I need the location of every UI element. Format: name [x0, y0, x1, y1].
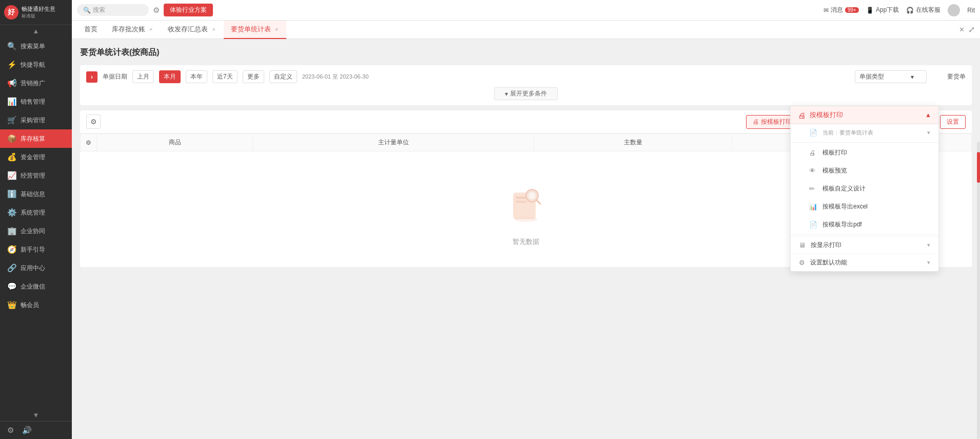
date-btn-7days[interactable]: 近7天	[212, 70, 238, 83]
dropdown-item-template-custom[interactable]: ✏ 模板自定义设计	[791, 180, 938, 198]
dropdown-section-default-settings[interactable]: ⚙ 设置默认功能 ▾	[791, 254, 938, 271]
topbar-right: ✉ 消息 99+ 📱 App下载 🎧 在线客服 Rit	[824, 4, 975, 16]
tab-close-receipt-summary[interactable]: ×	[211, 26, 216, 32]
filter-bar: › 单据日期 上月 本月 本年 近7天 更多 自定义 2023-06-01 至 …	[80, 65, 972, 105]
topbar-search[interactable]: 🔍 搜索	[77, 4, 149, 16]
date-range: 2023-06-01 至 2023-06-30	[302, 73, 369, 81]
settings-footer-icon[interactable]: ⚙	[7, 426, 14, 435]
date-btn-this-year[interactable]: 本年	[186, 70, 207, 83]
window-controls: × ⤢	[959, 25, 975, 34]
dropdown-item-template-preview[interactable]: 👁 模板预览	[791, 162, 938, 180]
sidebar-item-operations[interactable]: 📈 经营管理	[0, 166, 72, 185]
sidebar-nav: 🔍 搜索菜单 ⚡ 快捷导航 📢 营销推广 📊 销售管理 🛒 采购管理 📦 库存核…	[0, 37, 72, 409]
topbar-gear-icon[interactable]: ⚙	[153, 6, 160, 15]
vertical-scrollbar[interactable]	[977, 142, 980, 439]
dropdown-item-template-print[interactable]: 🖨 模板打印	[791, 144, 938, 162]
settings-button[interactable]: 设置	[940, 115, 966, 129]
page-title: 要货单统计表(按商品)	[80, 47, 972, 58]
main-content: 🔍 搜索 ⚙ 体验行业方案 ✉ 消息 99+ 📱 App下载 🎧 在线客服 Ri…	[72, 0, 980, 439]
sidebar-scroll-down[interactable]: ▼	[0, 409, 72, 421]
sidebar-scroll-up[interactable]: ▲	[0, 25, 72, 37]
audio-footer-icon[interactable]: 🔊	[22, 426, 32, 435]
tab-order-summary[interactable]: 要货单统计表 ×	[224, 21, 286, 39]
window-close-button[interactable]: ×	[959, 25, 964, 34]
user-avatar[interactable]	[948, 4, 960, 16]
sidebar-footer: ⚙ 🔊	[0, 421, 72, 439]
order-type-select[interactable]: 单据类型 ▾	[855, 70, 927, 83]
toolbar-settings-icon[interactable]: ⚙	[86, 114, 101, 129]
date-btn-custom[interactable]: 自定义	[269, 70, 297, 83]
app-center-icon: 🔗	[7, 263, 16, 273]
scrollbar-thumb[interactable]	[977, 152, 980, 183]
display-print-left: 🖥 按显示打印	[799, 241, 841, 250]
sidebar-item-system[interactable]: ⚙️ 系统管理	[0, 203, 72, 222]
dropdown-header-left: 🖨 按模板打印	[798, 110, 843, 120]
order-goods-label: 要货单	[947, 72, 966, 81]
tab-close-inventory-batch[interactable]: ×	[148, 26, 153, 32]
online-service-button[interactable]: 🎧 在线客服	[906, 6, 940, 14]
sidebar-item-app-center[interactable]: 🔗 应用中心	[0, 259, 72, 277]
page-content: 要货单统计表(按商品) › 单据日期 上月 本月 本年 近7天 更多 自定义 2…	[72, 39, 980, 439]
message-badge: 99+	[845, 7, 859, 13]
col-settings[interactable]: ⚙	[81, 134, 97, 151]
sidebar-item-sales[interactable]: 📊 销售管理	[0, 92, 72, 111]
sidebar-item-wechat[interactable]: 💬 企业微信	[0, 277, 72, 296]
topbar: 🔍 搜索 ⚙ 体验行业方案 ✉ 消息 99+ 📱 App下载 🎧 在线客服 Ri…	[72, 0, 980, 21]
date-btn-last-month[interactable]: 上月	[132, 70, 154, 83]
sidebar-item-guide[interactable]: 🧭 新手引导	[0, 240, 72, 259]
date-label: 单据日期	[103, 72, 127, 81]
tab-close-order-summary[interactable]: ×	[274, 26, 279, 32]
dropdown-section-display-print[interactable]: 🖥 按显示打印 ▾	[791, 236, 938, 254]
expand-more-button[interactable]: ▾ 展开更多条件	[494, 87, 558, 100]
dropdown-print-icon: 🖨	[798, 111, 806, 120]
date-btn-more[interactable]: 更多	[243, 70, 264, 83]
sidebar-item-member[interactable]: 👑 畅会员	[0, 296, 72, 314]
display-print-icon: 🖥	[799, 241, 806, 249]
default-settings-left: ⚙ 设置默认功能	[799, 258, 847, 267]
trial-button[interactable]: 体验行业方案	[164, 4, 213, 16]
window-maximize-button[interactable]: ⤢	[968, 25, 975, 34]
app-download-button[interactable]: 📱 App下载	[866, 6, 899, 14]
search-icon: 🔍	[83, 7, 91, 14]
filter-expand-icon[interactable]: ›	[86, 71, 97, 83]
dropdown-header[interactable]: 🖨 按模板打印 ▲	[791, 106, 938, 124]
expand-more-row: ▾ 展开更多条件	[86, 87, 966, 100]
dropdown-collapse-arrow[interactable]: ▲	[925, 111, 931, 119]
print-dropdown-menu: 🖨 按模板打印 ▲ 📄 当前：要货单统计表 ▾ 🖨 模板打印 👁 模板预览 ✏	[790, 106, 939, 272]
sidebar-item-enterprise[interactable]: 🏢 企业协同	[0, 222, 72, 240]
sidebar: 好 畅捷通好生意 标准版 ▲ 🔍 搜索菜单 ⚡ 快捷导航 📢 营销推广 📊 销售…	[0, 0, 72, 439]
logo-text: 畅捷通好生意 标准版	[22, 5, 55, 19]
username: Rit	[967, 7, 975, 14]
system-icon: ⚙️	[7, 208, 16, 217]
expand-icon: ▾	[505, 90, 508, 98]
sidebar-item-inventory[interactable]: 📦 库存核算	[0, 129, 72, 148]
dropdown-item-template-excel[interactable]: 📊 按模板导出excel	[791, 198, 938, 216]
empty-text: 暂无数据	[513, 237, 539, 246]
sidebar-item-basic-info[interactable]: ℹ️ 基础信息	[0, 185, 72, 203]
marketing-icon: 📢	[7, 79, 16, 88]
sales-icon: 📊	[7, 97, 16, 106]
sidebar-item-purchase[interactable]: 🛒 采购管理	[0, 111, 72, 129]
sidebar-item-search[interactable]: 🔍 搜索菜单	[0, 37, 72, 55]
print-icon: 🖨	[753, 118, 759, 125]
message-button[interactable]: ✉ 消息 99+	[824, 6, 859, 14]
date-btn-this-month[interactable]: 本月	[159, 70, 181, 83]
sidebar-item-finance[interactable]: 💰 资金管理	[0, 148, 72, 166]
col-goods: 商品	[97, 134, 253, 151]
dropdown-title: 按模板打印	[810, 110, 843, 120]
svg-point-6	[528, 192, 536, 199]
dropdown-item-template-pdf[interactable]: 📄 按模板导出pdf	[791, 216, 938, 234]
sidebar-item-marketing[interactable]: 📢 营销推广	[0, 74, 72, 92]
tab-home[interactable]: 首页	[77, 21, 105, 39]
guide-icon: 🧭	[7, 245, 16, 254]
tab-bar: 首页 库存批次账 × 收发存汇总表 × 要货单统计表 × × ⤢	[72, 21, 980, 39]
select-dropdown-icon: ▾	[911, 73, 914, 81]
app-download-icon: 📱	[866, 7, 874, 14]
dropdown-divider-2	[791, 235, 938, 235]
current-template-icon: 📄	[809, 129, 817, 137]
sidebar-item-shortcut[interactable]: ⚡ 快捷导航	[0, 55, 72, 74]
tab-receipt-summary[interactable]: 收发存汇总表 ×	[161, 21, 223, 39]
tab-inventory-batch[interactable]: 库存批次账 ×	[105, 21, 161, 39]
svg-line-5	[536, 200, 540, 204]
dropdown-current-template[interactable]: 📄 当前：要货单统计表 ▾	[791, 124, 938, 141]
